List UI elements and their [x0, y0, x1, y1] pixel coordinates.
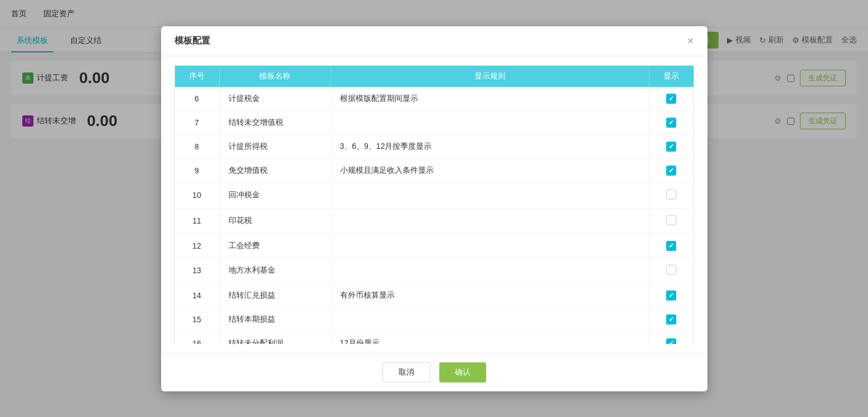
checkbox-checked-icon[interactable] — [666, 142, 676, 152]
cell-name: 回冲税金 — [219, 182, 331, 208]
table-row: 16结转未分配利润12月份显示 — [174, 331, 694, 344]
table-row: 10回冲税金 — [174, 182, 694, 208]
cell-checkbox[interactable] — [649, 234, 694, 258]
cell-name: 结转未交增值税 — [219, 110, 331, 134]
modal-header: 模板配置 × — [161, 26, 707, 56]
cell-name: 结转汇兑损益 — [219, 283, 331, 307]
cell-checkbox[interactable] — [649, 208, 694, 234]
cell-checkbox[interactable] — [649, 110, 694, 134]
cell-name: 印花税 — [219, 208, 331, 234]
cell-name: 免交增值税 — [219, 158, 331, 182]
cell-checkbox[interactable] — [649, 158, 694, 182]
cell-rule: 12月份显示 — [331, 331, 649, 344]
cell-seq: 8 — [174, 134, 219, 158]
table-row: 14结转汇兑损益有外币核算显示 — [174, 283, 694, 307]
cell-rule: 3、6、9、12月按季度显示 — [331, 134, 649, 158]
table-row: 13地方水利基金 — [174, 258, 694, 283]
modal-title: 模板配置 — [174, 35, 210, 47]
cell-name: 计提税金 — [219, 87, 331, 111]
cell-name: 地方水利基金 — [219, 258, 331, 283]
cell-checkbox[interactable] — [649, 283, 694, 307]
table-row: 7结转未交增值税 — [174, 110, 694, 134]
cell-rule: 小规模且满足收入条件显示 — [331, 158, 649, 182]
table-row: 6计提税金根据模版配置期间显示 — [174, 87, 694, 111]
modal-footer: 取消 确认 — [161, 353, 707, 391]
cell-seq: 13 — [174, 258, 219, 283]
cell-seq: 15 — [174, 307, 219, 331]
table-row: 12工会经费 — [174, 234, 694, 258]
cell-checkbox[interactable] — [649, 134, 694, 158]
cell-checkbox[interactable] — [649, 331, 694, 344]
col-header-seq: 序号 — [174, 65, 219, 87]
cell-seq: 12 — [174, 234, 219, 258]
cell-seq: 10 — [174, 182, 219, 208]
cell-rule — [331, 208, 649, 234]
modal-body: 序号 模板名称 显示规则 显示 6计提税金根据模版配置期间显示7结转未交增值税8… — [161, 56, 707, 353]
cell-rule — [331, 258, 649, 283]
col-header-name: 模板名称 — [219, 65, 331, 87]
cell-rule — [331, 110, 649, 134]
table-row: 9免交增值税小规模且满足收入条件显示 — [174, 158, 694, 182]
cell-rule: 根据模版配置期间显示 — [331, 87, 649, 111]
cell-seq: 6 — [174, 87, 219, 111]
col-header-display: 显示 — [649, 65, 694, 87]
checkbox-unchecked-icon[interactable] — [666, 265, 676, 275]
cell-seq: 11 — [174, 208, 219, 234]
cell-name: 结转本期损益 — [219, 307, 331, 331]
cancel-button[interactable]: 取消 — [382, 362, 430, 382]
checkbox-checked-icon[interactable] — [666, 241, 676, 251]
config-table-wrapper[interactable]: 序号 模板名称 显示规则 显示 6计提税金根据模版配置期间显示7结转未交增值税8… — [174, 65, 694, 344]
cell-rule — [331, 182, 649, 208]
cell-name: 工会经费 — [219, 234, 331, 258]
checkbox-checked-icon[interactable] — [666, 290, 676, 300]
config-table: 序号 模板名称 显示规则 显示 6计提税金根据模版配置期间显示7结转未交增值税8… — [174, 65, 694, 344]
checkbox-unchecked-icon[interactable] — [666, 215, 676, 225]
cell-checkbox[interactable] — [649, 87, 694, 111]
modal-overlay: 模板配置 × 序号 模板名称 显示规则 显示 6计提税金根据模版配置期间显 — [0, 0, 868, 417]
cell-rule: 有外币核算显示 — [331, 283, 649, 307]
cell-rule — [331, 307, 649, 331]
checkbox-checked-icon[interactable] — [666, 166, 676, 176]
cell-checkbox[interactable] — [649, 258, 694, 283]
cell-checkbox[interactable] — [649, 182, 694, 208]
cell-name: 结转未分配利润 — [219, 331, 331, 344]
table-header-row: 序号 模板名称 显示规则 显示 — [174, 65, 694, 87]
checkbox-unchecked-icon[interactable] — [666, 190, 676, 200]
template-config-modal: 模板配置 × 序号 模板名称 显示规则 显示 6计提税金根据模版配置期间显 — [161, 26, 707, 391]
table-row: 8计提所得税3、6、9、12月按季度显示 — [174, 134, 694, 158]
cell-name: 计提所得税 — [219, 134, 331, 158]
col-header-rule: 显示规则 — [331, 65, 649, 87]
checkbox-checked-icon[interactable] — [666, 118, 676, 128]
checkbox-checked-icon[interactable] — [666, 94, 676, 104]
modal-close-button[interactable]: × — [687, 35, 694, 46]
cell-checkbox[interactable] — [649, 307, 694, 331]
table-row: 11印花税 — [174, 208, 694, 234]
cell-seq: 7 — [174, 110, 219, 134]
checkbox-checked-icon[interactable] — [666, 338, 676, 344]
cell-seq: 9 — [174, 158, 219, 182]
cell-rule — [331, 234, 649, 258]
cell-seq: 16 — [174, 331, 219, 344]
checkbox-checked-icon[interactable] — [666, 314, 676, 324]
confirm-button[interactable]: 确认 — [439, 362, 486, 382]
table-row: 15结转本期损益 — [174, 307, 694, 331]
cell-seq: 14 — [174, 283, 219, 307]
